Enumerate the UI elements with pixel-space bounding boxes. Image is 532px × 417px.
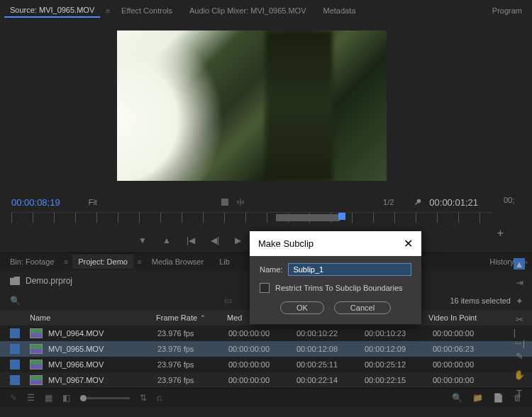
- cancel-button[interactable]: Cancel: [334, 301, 391, 314]
- pen-icon[interactable]: ✎: [10, 393, 17, 403]
- cell-media-start: 00:00:00:00: [228, 360, 297, 369]
- hand-tool-icon[interactable]: ✋: [514, 369, 525, 380]
- settings-toggle-icon[interactable]: [220, 197, 230, 207]
- folder-icon: [10, 277, 20, 285]
- cell-media-end: 00:00:12:08: [297, 345, 365, 353]
- restrict-label: Restrict Trims To Subclip Boundaries: [275, 284, 403, 292]
- filter-bin-icon[interactable]: ▭: [224, 296, 232, 306]
- clip-icon: [30, 344, 43, 354]
- slip-tool-icon[interactable]: |↔|: [514, 332, 525, 343]
- resolution-dropdown[interactable]: 1/2: [383, 198, 394, 206]
- cell-media-end: 00:00:25:11: [297, 360, 365, 369]
- row-checkbox[interactable]: [10, 375, 20, 385]
- icon-view-icon[interactable]: ▦: [45, 393, 52, 403]
- table-row[interactable]: MVI_0965.MOV23.976 fps00:00:00:0000:00:1…: [0, 341, 532, 357]
- project-footer: ✎ ☰ ▦ ◧ ⇅ ⎌ 🔍 📁 📄 🗑: [0, 388, 532, 407]
- video-preview: [117, 30, 387, 181]
- source-panel-tabs: Source: MVI_0965.MOV ≡ Effect Controls A…: [0, 0, 532, 18]
- step-back-icon[interactable]: ◀|: [211, 235, 221, 245]
- drag-video-icon[interactable]: [235, 197, 245, 207]
- selection-tool-icon[interactable]: ▲: [514, 258, 525, 269]
- make-subclip-dialog: Make Subclip ✕ Name: Restrict Trims To S…: [250, 231, 421, 324]
- sort-icon[interactable]: ⇅: [140, 393, 147, 403]
- cell-name: MVI_0964.MOV: [48, 329, 157, 338]
- cell-media-start: 00:00:00:00: [228, 329, 297, 338]
- playhead-timecode[interactable]: 00:00:08;19: [11, 197, 60, 208]
- ripple-tool-icon[interactable]: ✦: [514, 295, 525, 306]
- project-name: Demo.prproj: [26, 276, 72, 286]
- dialog-title: Make Subclip: [258, 238, 314, 249]
- tab-bin-footage[interactable]: Bin: Footage: [4, 255, 60, 269]
- col-video-in[interactable]: Video In Point: [428, 313, 499, 322]
- col-name[interactable]: Name: [30, 313, 156, 322]
- panel-menu-icon[interactable]: ≡: [106, 7, 110, 15]
- go-in-icon[interactable]: |◀: [187, 235, 196, 245]
- project-table-body: MVI_0964.MOV23.976 fps00:00:00:0000:00:1…: [0, 326, 532, 388]
- table-row[interactable]: MVI_0964.MOV23.976 fps00:00:00:0000:00:1…: [0, 326, 532, 341]
- cell-video-in: 00:00:00:00: [433, 329, 504, 338]
- mark-in-icon[interactable]: ▼: [138, 235, 148, 245]
- cell-name: MVI_0967.MOV: [48, 376, 157, 384]
- cell-name: MVI_0966.MOV: [48, 360, 157, 369]
- cell-framerate: 23.976 fps: [157, 345, 228, 353]
- table-row[interactable]: MVI_0967.MOV23.976 fps00:00:00:0000:00:2…: [0, 372, 532, 388]
- program-timecode: 00;: [504, 196, 532, 204]
- pen-tool-icon[interactable]: ✎: [514, 350, 525, 362]
- subclip-name-input[interactable]: [288, 263, 411, 276]
- track-select-tool-icon[interactable]: ⇥: [514, 277, 525, 288]
- tab-audio-mixer[interactable]: Audio Clip Mixer: MVI_0965.MOV: [184, 4, 311, 17]
- cell-framerate: 23.976 fps: [157, 329, 228, 338]
- row-checkbox[interactable]: [10, 328, 20, 338]
- restrict-checkbox[interactable]: [260, 283, 270, 293]
- tab-media-browser[interactable]: Media Browser: [146, 255, 209, 269]
- zoom-fit-dropdown[interactable]: Fit: [89, 198, 97, 206]
- mark-out-icon[interactable]: ▲: [162, 235, 172, 245]
- cell-framerate: 23.976 fps: [157, 360, 228, 369]
- type-tool-icon[interactable]: T: [514, 387, 525, 399]
- video-preview-area[interactable]: [0, 18, 504, 192]
- panel-menu-icon[interactable]: ≡: [64, 258, 68, 266]
- clip-icon: [30, 375, 43, 385]
- time-ruler[interactable]: [11, 212, 492, 233]
- ok-button[interactable]: OK: [280, 301, 324, 314]
- list-view-icon[interactable]: ☰: [27, 393, 35, 403]
- find-icon[interactable]: 🔍: [452, 393, 462, 403]
- play-icon[interactable]: ▶: [235, 235, 245, 245]
- search-icon[interactable]: 🔍: [10, 296, 21, 306]
- cell-media-end: 00:00:22:14: [297, 376, 365, 384]
- freeform-view-icon[interactable]: ◧: [62, 393, 70, 403]
- row-checkbox[interactable]: [10, 344, 20, 354]
- tab-libraries[interactable]: Lib: [214, 255, 235, 269]
- sort-asc-icon: ⌃: [200, 314, 206, 321]
- row-checkbox[interactable]: [10, 360, 20, 369]
- cell-framerate: 23.976 fps: [157, 376, 228, 384]
- playhead[interactable]: [338, 213, 345, 220]
- cell-media-dur: 00:00:12:09: [365, 345, 433, 353]
- razor-tool-icon[interactable]: ✂: [514, 313, 525, 325]
- cell-media-end: 00:00:10:22: [297, 329, 365, 338]
- cell-name: MVI_0965.MOV: [48, 345, 157, 353]
- col-frame-rate[interactable]: Frame Rate⌃: [156, 313, 227, 322]
- tab-source[interactable]: Source: MVI_0965.MOV: [4, 4, 100, 18]
- tools-panel: ▲ ⇥ ✦ ✂ |↔| ✎ ✋ T: [511, 258, 528, 399]
- add-button-icon[interactable]: +: [497, 227, 504, 240]
- zoom-slider[interactable]: [80, 397, 130, 399]
- tab-program[interactable]: Program: [487, 4, 528, 17]
- table-row[interactable]: MVI_0966.MOV23.976 fps00:00:00:0000:00:2…: [0, 357, 532, 372]
- new-item-icon[interactable]: 📄: [493, 393, 504, 403]
- tab-project[interactable]: Project: Demo: [72, 255, 133, 269]
- wrench-icon[interactable]: [414, 197, 423, 207]
- new-bin-icon[interactable]: 📁: [472, 393, 483, 403]
- in-out-range[interactable]: [276, 214, 340, 221]
- cell-video-in: 00:00:06:23: [433, 345, 504, 353]
- cell-media-start: 00:00:00:00: [228, 376, 297, 384]
- clip-icon: [30, 360, 43, 369]
- automate-icon[interactable]: ⎌: [157, 393, 162, 403]
- clip-icon: [30, 328, 43, 338]
- panel-menu-icon[interactable]: ≡: [138, 258, 142, 266]
- tab-metadata[interactable]: Metadata: [317, 4, 361, 17]
- cell-video-in: 00:00:00:00: [433, 360, 504, 369]
- cell-media-dur: 00:00:10:23: [365, 329, 433, 338]
- tab-effect-controls[interactable]: Effect Controls: [116, 4, 178, 17]
- close-icon[interactable]: ✕: [404, 237, 413, 250]
